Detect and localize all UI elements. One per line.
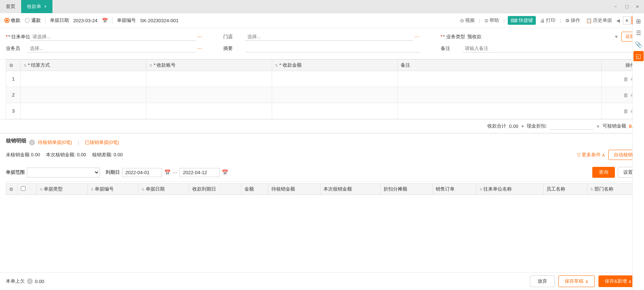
table-settings-icon[interactable]: ⚙ [9, 63, 13, 68]
reconcile-stats: 未核销金额 0.00 本次核销金额: 0.00 核销差额: 0.00 [6, 149, 123, 160]
row2-note[interactable] [398, 87, 602, 103]
row2-delete-icon[interactable]: 🗑 [623, 92, 628, 98]
row2-settle[interactable] [21, 87, 146, 103]
row1-note[interactable] [398, 71, 602, 87]
sidebar-icon-4[interactable]: ◱ [633, 51, 644, 61]
row1-note-input[interactable] [401, 76, 598, 82]
video-btn[interactable]: ⊙ 视频 [459, 16, 476, 24]
history-btn[interactable]: 📋 历史单据 [585, 16, 613, 24]
partner-input[interactable] [30, 33, 196, 41]
note-label: 备注 [441, 45, 463, 52]
row1-amount[interactable] [272, 71, 398, 87]
calendar-icon[interactable]: 📅 [102, 18, 108, 23]
done-tab-link[interactable]: 已核销单据(0笔) [85, 139, 119, 146]
note-field: 备注 [441, 44, 639, 52]
video-icon: ⊙ [460, 18, 464, 23]
date-from-input[interactable] [122, 168, 162, 177]
save-draft-btn[interactable]: 保存草稿 ∧ [558, 275, 595, 287]
row3-amount[interactable] [272, 103, 398, 119]
query-btn[interactable]: 查询 [592, 167, 615, 178]
more-conditions-btn[interactable]: ▽ 更多条件 ∧ [577, 152, 605, 158]
row3-settle[interactable] [21, 103, 146, 119]
main-table: ⚙ ⇅ * 结算方式 ⇅ * 收款账号 ⇅ * 收款金额 [6, 59, 638, 119]
row3-delete-icon[interactable]: 🗑 [623, 108, 628, 114]
select-all-checkbox[interactable] [21, 186, 25, 191]
total-value: 0.00 [509, 124, 518, 129]
partner-label: * * 往来单位 [6, 34, 30, 40]
sidebar-icon-1[interactable]: ⊞ [633, 16, 644, 26]
store-input[interactable] [245, 33, 413, 41]
operation-btn[interactable]: ⚙ 操作 [564, 16, 582, 24]
row1-amount-input[interactable] [275, 76, 394, 82]
settle-method-header: ⇅ * 结算方式 [21, 60, 146, 71]
amount-col-label: 金额 [244, 186, 254, 192]
date-from-calendar-icon[interactable]: 📅 [164, 169, 170, 175]
date-label: 单据日期 [50, 17, 69, 24]
maximize-btn[interactable]: □ [623, 3, 631, 10]
shortcut-btn[interactable]: ⌨ 快捷键 [508, 16, 536, 25]
top-toolbar: 收款 退款 单据日期 2023-03-24 📅 单据编号 SK-20230324… [0, 13, 644, 28]
row2-account[interactable] [146, 87, 272, 103]
reconcile-info-icon[interactable]: i [29, 140, 35, 145]
bottom-table-wrapper: ⚙ ⇅ 单据类型 ⇅ 单据编号 [6, 183, 638, 195]
minimize-btn[interactable]: － [611, 3, 620, 11]
row1-account[interactable] [146, 71, 272, 87]
refund-radio[interactable]: 退款 [25, 17, 41, 24]
row1-settle-input[interactable] [24, 76, 143, 82]
row2-amount[interactable] [272, 87, 398, 103]
plus-sign: + [521, 124, 524, 129]
staff-more-btn[interactable]: ··· [196, 45, 203, 52]
sidebar-icon-2[interactable]: ☰ [633, 28, 644, 38]
row1-delete-icon[interactable]: 🗑 [623, 76, 628, 82]
store-more-btn[interactable]: ··· [413, 34, 421, 40]
amount-label: * 收款金额 [279, 62, 302, 68]
this-doc-info-icon[interactable]: i [27, 278, 33, 284]
due-date-label: 到期日 [106, 169, 120, 176]
range-select[interactable] [27, 168, 100, 177]
tab-home[interactable]: 首页 [0, 0, 21, 13]
partner-name-header: ⇅ 往来单位名称 [476, 184, 543, 195]
partner-name-label: 往来单位名称 [483, 186, 512, 192]
close-btn[interactable]: × [634, 3, 641, 10]
type-label: 单据类型 [44, 186, 63, 192]
summary-label: 摘要 [223, 45, 245, 52]
pending-col-label: 待核销金额 [271, 186, 295, 192]
tab-receipts[interactable]: 收款单 × [21, 0, 52, 13]
partner-label-text: * 往来单位 [8, 34, 31, 39]
print-btn[interactable]: 🖨 打印 [539, 16, 557, 24]
biz-type-dropdown[interactable]: ▼ [614, 34, 619, 39]
receipt-radio[interactable]: 收款 [4, 17, 20, 24]
summary-input[interactable] [245, 44, 421, 52]
date-to-calendar-icon[interactable]: 📅 [222, 169, 228, 175]
staff-input[interactable] [28, 44, 196, 52]
partner-more-btn[interactable]: ··· [196, 34, 203, 40]
current-label: 本次核销金额: [46, 152, 76, 157]
note-input[interactable] [463, 44, 639, 52]
settings-col-header: ⚙ [6, 60, 21, 71]
row3-note[interactable] [398, 103, 602, 119]
date-to-input[interactable] [180, 168, 220, 177]
form-row-1: * * 往来单位 ··· 门店 ··· * * 业务类型 预收款 [6, 32, 638, 42]
business-type-field: * * 业务类型 预收款 ▼ 设置 [441, 32, 639, 42]
partner-field: * * 往来单位 ··· [6, 33, 204, 41]
tab-close-icon[interactable]: × [44, 4, 47, 9]
discount-col-header: 折扣分摊额 [381, 184, 433, 195]
row3-account[interactable] [146, 103, 272, 119]
sidebar-icon-3[interactable]: 📎 [633, 39, 644, 50]
tab-home-label: 首页 [6, 3, 15, 10]
total-label: 收款合计 [487, 123, 506, 129]
table-row: 1 🗑 ⊕ [6, 71, 638, 87]
row1-account-input[interactable] [149, 76, 269, 82]
pending-tab-link[interactable]: 待核销单据(0笔) [38, 139, 72, 146]
refund-radio-dot [25, 18, 30, 23]
discard-btn[interactable]: 放弃 [530, 275, 555, 287]
discount-input[interactable] [550, 122, 594, 130]
prev-arrow[interactable]: ◀ [616, 18, 620, 23]
bottom-settings-icon[interactable]: ⚙ [9, 187, 13, 192]
list-view-icon[interactable]: ≡ [623, 16, 631, 24]
diff-stat: 核销差额: 0.00 [92, 152, 123, 158]
row1-settle[interactable] [21, 71, 146, 87]
table-row: 3 🗑 ⊕ [6, 103, 638, 119]
help-btn[interactable]: ⊙ 帮助 [483, 16, 500, 24]
toolbar-right: ⊙ 视频 | ⊙ 帮助 | ⌨ 快捷键 🖨 打印 | ⚙ 操作 [459, 16, 640, 25]
